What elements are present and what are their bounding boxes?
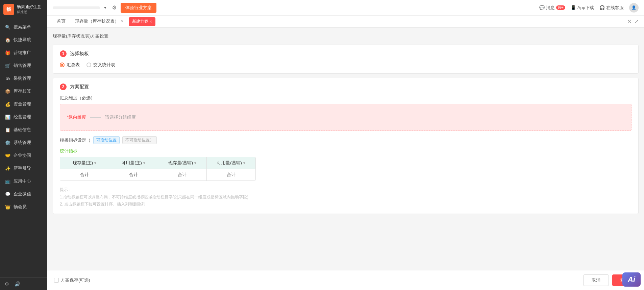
dimension-separator: —— (90, 114, 101, 120)
tab-expand-icon[interactable]: ⤢ (634, 18, 639, 25)
tips-item-0: 1.拖动标题栏可以调整布局，不可跨维度或指标区域拖动栏目字段(只能在同一维度或指… (60, 194, 631, 201)
bag-icon: 🛍 (5, 75, 11, 81)
sidebar-item-label: 系统管理 (14, 140, 31, 146)
template-indicator-section: 模板指标设定（ 可拖动位置 不可拖动位置） (60, 136, 631, 144)
chart-icon: 📊 (5, 114, 11, 120)
chevron-down-icon-3: ▾ (243, 161, 245, 165)
save-label: 方案保存(可选) (61, 277, 90, 283)
sidebar-item-basic-info[interactable]: 📋 基础信息 (0, 123, 47, 136)
sidebar-item-member[interactable]: 👑 畅会员 (0, 200, 47, 213)
step2-section: 2 方案配置 汇总维度（必选） *纵向维度 —— 请选择分组维度 模板指标设定（ (53, 78, 639, 214)
sidebar-item-label: 企业微信 (14, 191, 31, 197)
step1-section: 1 选择模板 汇总表 交叉统计表 (53, 45, 639, 74)
sidebar-item-label: 畅会员 (14, 204, 27, 210)
stats-col-header-0[interactable]: 现存量(主) ▾ (60, 157, 109, 169)
sidebar-item-label: 搜索菜单 (14, 24, 31, 30)
topbar: ▾ ⚙ 体验行业方案 💬 消息 99+ 📱 App下载 🎧 在线客服 👤 (47, 0, 644, 16)
template-indicator-label: 模板指标设定（ 可拖动位置 不可拖动位置） (60, 136, 631, 144)
money-icon: 💰 (5, 101, 11, 107)
home-icon: 🏠 (5, 37, 11, 43)
radio-summary-dot (60, 63, 65, 67)
movable-tag: 可拖动位置 (93, 136, 120, 144)
sidebar-item-label: 采购管理 (14, 75, 31, 81)
sidebar-item-wechat[interactable]: 💬 企业微信 (0, 188, 47, 200)
message-icon: 💬 (539, 5, 545, 10)
radio-summary-label: 汇总表 (67, 62, 80, 68)
stats-table-header-row: 现存量(主) ▾ 合计 可用量(主) ▾ (60, 157, 255, 180)
ai-badge[interactable]: Ai (622, 272, 641, 287)
sidebar-item-system[interactable]: ⚙️ 系统管理 (0, 136, 47, 149)
service-icon: 🎧 (599, 5, 605, 10)
tab-new-plan[interactable]: 新建方案 × (129, 17, 155, 26)
main-area: ▾ ⚙ 体验行业方案 💬 消息 99+ 📱 App下载 🎧 在线客服 👤 首页 (47, 0, 644, 290)
sidebar-item-marketing[interactable]: 🎁 营销推广 (0, 46, 47, 59)
volume-icon[interactable]: 🔊 (15, 281, 20, 287)
industry-solution-button[interactable]: 体验行业方案 (121, 3, 156, 13)
not-movable-tag: 不可拖动位置） (122, 136, 157, 144)
sidebar-item-purchase[interactable]: 🛍 采购管理 (0, 72, 47, 85)
tips-title: 提示： (60, 186, 631, 194)
tv-icon: 📺 (5, 178, 11, 184)
save-checkbox[interactable] (54, 278, 59, 283)
search-icon: 🔍 (5, 24, 11, 30)
stats-col-header-1[interactable]: 可用量(主) ▾ (109, 157, 158, 169)
stats-col-header-2[interactable]: 现存量(基辅) ▾ (158, 157, 207, 169)
tab-new-plan-close[interactable]: × (150, 19, 152, 24)
tab-inventory-close[interactable]: × (121, 19, 123, 24)
tips-item-1: 2. 点击标题栏下拉可设置排序、插入列和删除列 (60, 201, 631, 208)
radio-cross-label: 交叉统计表 (93, 62, 115, 68)
sidebar-item-label: 库存核算 (14, 88, 31, 94)
template-radio-group: 汇总表 交叉统计表 (60, 62, 631, 68)
topbar-dropdown-icon[interactable]: ▾ (104, 5, 106, 10)
tab-close-icon[interactable]: ✕ (627, 18, 631, 25)
radio-cross-table[interactable]: 交叉统计表 (86, 62, 115, 68)
sidebar-item-appcenter[interactable]: 📺 应用中心 (0, 175, 47, 188)
sidebar-item-sales[interactable]: 🛒 销售管理 (0, 59, 47, 72)
sidebar-item-quicknav[interactable]: 🏠 快捷导航 (0, 33, 47, 46)
radio-summary-table[interactable]: 汇总表 (60, 62, 80, 68)
messages-button[interactable]: 💬 消息 99+ (539, 5, 565, 11)
content-area: 现存量(库存状况表)方案设置 1 选择模板 汇总表 交叉统计表 (47, 28, 644, 270)
tab-home[interactable]: 首页 (53, 16, 70, 28)
stats-col-0: 现存量(主) ▾ 合计 (60, 157, 109, 180)
dimension-field-label: *纵向维度 (67, 114, 86, 120)
online-service-button[interactable]: 🎧 在线客服 (599, 5, 624, 11)
tab-inventory[interactable]: 现存量（库存状况表） × (71, 16, 127, 28)
sidebar-item-management[interactable]: 📊 经营管理 (0, 111, 47, 123)
stats-col-header-3[interactable]: 可用量(基辅) ▾ (207, 157, 255, 169)
sidebar-bottom: ⚙ 🔊 (0, 277, 47, 290)
sidebar-item-finance[interactable]: 💰 资金管理 (0, 98, 47, 111)
sidebar-item-newbie[interactable]: ✨ 新手引导 (0, 162, 47, 175)
sidebar-item-search[interactable]: 🔍 搜索菜单 (0, 21, 47, 33)
dimension-row: *纵向维度 —— 请选择分组维度 (67, 114, 136, 120)
dimension-label: 汇总维度（必选） (60, 95, 631, 101)
stats-col-body-2: 合计 (158, 169, 207, 180)
sidebar-item-inventory[interactable]: 📦 库存核算 (0, 85, 47, 98)
save-checkbox-row[interactable]: 方案保存(可选) (54, 277, 90, 283)
sidebar-item-label: 资金管理 (14, 101, 31, 107)
stats-title: 统计指标 (60, 148, 631, 154)
stats-section: 统计指标 现存量(主) ▾ 合计 (60, 148, 631, 181)
sidebar-nav: 🔍 搜索菜单 🏠 快捷导航 🎁 营销推广 🛒 销售管理 🛍 采购管理 📦 库存核… (0, 19, 47, 277)
tabbar: 首页 现存量（库存状况表） × 新建方案 × ✕ ⤢ (47, 16, 644, 28)
wechat-icon: 💬 (5, 191, 11, 197)
tabbar-controls: ✕ ⤢ (627, 18, 639, 25)
step2-title: 方案配置 (70, 84, 89, 90)
footer: 方案保存(可选) 取消 查询 (47, 270, 644, 290)
stats-col-1: 可用量(主) ▾ 合计 (109, 157, 158, 180)
topbar-search-box (53, 6, 100, 9)
settings-bottom-icon[interactable]: ⚙ (5, 281, 9, 287)
cancel-button[interactable]: 取消 (583, 274, 609, 286)
topbar-settings-icon[interactable]: ⚙ (112, 4, 117, 11)
sidebar-item-label: 基础信息 (14, 127, 31, 133)
app-logo-icon: 畅 (3, 4, 14, 15)
sidebar-item-cooperation[interactable]: 🤝 企业协同 (0, 149, 47, 162)
chevron-down-icon-2: ▾ (194, 161, 196, 165)
app-download-button[interactable]: 📱 App下载 (571, 5, 594, 11)
user-avatar[interactable]: 👤 (629, 3, 639, 13)
table-icon: 📋 (5, 127, 11, 133)
app-logo-text: 畅康通好生意 标准版 (17, 4, 41, 15)
settings-icon: ⚙️ (5, 140, 11, 146)
step1-header: 1 选择模板 (60, 50, 631, 57)
chevron-down-icon-1: ▾ (143, 161, 145, 165)
